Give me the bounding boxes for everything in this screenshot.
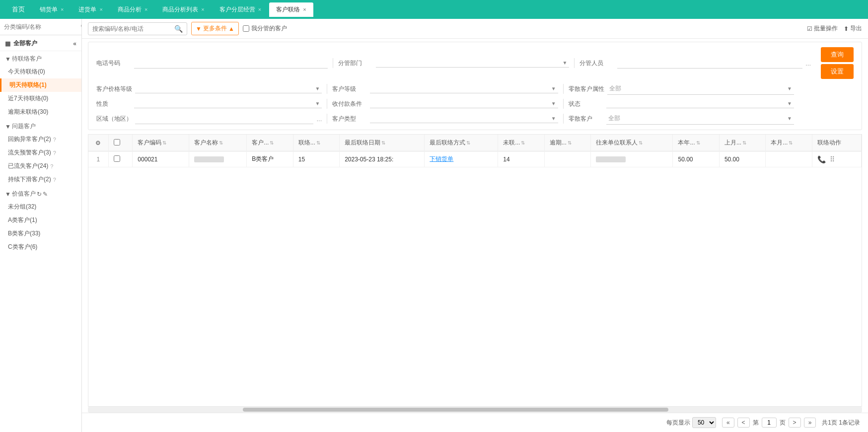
query-button[interactable]: 查询 [821,47,854,62]
sidebar-search-bar: 🔍 [0,19,81,35]
prev-page-button[interactable]: < [737,418,750,428]
col-name[interactable]: 客户名称⇅ [189,135,246,151]
sidebar-item-today-contact[interactable]: 今天待联络(0) [0,65,81,78]
refresh-icon[interactable]: ↻ [37,191,42,198]
price-level-select[interactable]: ▼ [135,84,322,93]
nav-home[interactable]: 首页 [5,2,32,17]
sidebar-item-a-class[interactable]: A类客户(1) [0,214,81,227]
first-page-button[interactable]: « [722,418,734,428]
my-customers-checkbox[interactable] [243,25,249,32]
col-code[interactable]: 客户编码⇅ [133,135,189,151]
close-customer-segmentation[interactable]: × [258,6,261,12]
cell-checkbox[interactable] [108,151,133,167]
sidebar-item-overdue-contact[interactable]: 逾期未联络(30) [0,105,81,119]
sidebar-item-tomorrow-contact[interactable]: 明天待联络(1) [0,78,81,92]
nav-customer-segmentation[interactable]: 客户分层经营 × [213,2,268,17]
my-customers-filter[interactable]: 我分管的客户 [243,24,287,33]
sidebar-item-ungrouped[interactable]: 未分组(32) [0,200,81,214]
contact-method-link[interactable]: 下销货单 [430,155,453,162]
close-product-analysis[interactable]: × [145,6,147,12]
page-number-input[interactable] [762,418,777,428]
sidebar-search-input[interactable] [4,23,78,30]
more-filters-button[interactable]: ▼ 更多条件 ▲ [191,22,239,35]
nav-sales-order[interactable]: 销货单 × [33,2,71,17]
group-problem-customers[interactable]: ▼ 问题客户 [0,119,81,133]
cell-this-month [766,151,812,167]
sidebar-item-7day-contact[interactable]: 近7天待联络(0) [0,92,81,105]
payment-select[interactable]: ▼ [370,99,558,108]
col-overdue[interactable]: 逾期...⇅ [544,135,590,151]
export-button[interactable]: ⬆ 导出 [844,24,862,33]
col-last-contact-method[interactable]: 最后联络方式⇅ [425,135,498,151]
scrollbar-thumb[interactable] [243,408,668,412]
customer-type-select[interactable]: ▼ [370,114,558,123]
main-search-box[interactable]: 🔍 [88,22,187,35]
edit-icon[interactable]: ✎ [43,191,48,198]
sidebar-item-b-class[interactable]: B类客户(33) [0,227,81,240]
main-search-icon[interactable]: 🔍 [174,25,183,33]
masked-unit-contact [596,156,626,162]
next-page-button[interactable]: > [789,418,801,428]
cell-last-contact-method[interactable]: 下销货单 [425,151,498,167]
col-settings[interactable]: ⚙ [88,135,108,151]
status-select[interactable]: ▼ [606,99,794,108]
dept-select[interactable]: ▼ [376,59,570,68]
sidebar-item-churned[interactable]: 已流失客户(24) ? [0,159,81,173]
col-last-contact-date[interactable]: 最后联络日期⇅ [340,135,425,151]
customer-level-select[interactable]: ▼ [370,84,558,93]
all-customers-header[interactable]: ▦ 全部客户 « [0,35,81,51]
sidebar-item-repurchase-anomaly[interactable]: 回购异常客户(2) ? [0,133,81,146]
sidebar-item-churn-warning[interactable]: 流失预警客户(3) ? [0,146,81,159]
page-size-select[interactable]: 50 [692,417,716,428]
cell-this-year: 50.00 [673,151,719,167]
area-label: 区域（地区） [96,115,132,123]
retail-customer-select[interactable]: 全部 ▼ [606,113,794,125]
last-page-button[interactable]: » [804,418,816,428]
close-sales-order[interactable]: × [61,6,64,12]
filter-customer-type: 客户类型 ▼ [332,114,558,123]
settings-button[interactable]: 设置 [821,64,854,79]
col-this-year[interactable]: 本年...⇅ [673,135,719,151]
col-last-month[interactable]: 上月...⇅ [719,135,765,151]
collapse-icon[interactable]: « [73,40,76,47]
col-contact[interactable]: 联络...⇅ [293,135,339,151]
col-unit-contact[interactable]: 往来单位联系人⇅ [591,135,673,151]
horizontal-scrollbar[interactable] [88,407,862,413]
nav-purchase-order[interactable]: 进货单 × [72,2,109,17]
nav-product-analysis[interactable]: 商品分析 × [111,2,154,17]
select-all-checkbox[interactable] [114,139,120,145]
person-dots[interactable]: ... [805,60,811,67]
status-label: 状态 [569,100,603,108]
sidebar-item-c-class[interactable]: C类客户(6) [0,240,81,254]
call-icon[interactable]: 📞 [817,155,826,163]
area-input[interactable] [135,114,313,124]
group-value-customers[interactable]: ▼ 价值客户 ↻ ✎ [0,186,81,200]
nav-customer-contact[interactable]: 客户联络 × [269,2,313,17]
row-checkbox[interactable] [114,155,120,162]
batch-operation-button[interactable]: ☑ 批量操作 [807,24,838,33]
col-type[interactable]: 客户...⇅ [247,135,293,151]
col-checkbox[interactable] [108,135,133,151]
col-uncontacted[interactable]: 未联...⇅ [498,135,544,151]
filter-area: 区域（地区） ... [96,114,322,124]
cell-unit-contact [591,151,673,167]
main-search-input[interactable] [92,25,172,32]
group-pending-contact[interactable]: ▼ 待联络客户 [0,51,81,65]
person-input[interactable] [617,58,802,69]
close-customer-contact[interactable]: × [303,6,306,12]
retail-attr-select[interactable]: 全部 ▼ [607,83,794,95]
phone-input[interactable] [134,58,328,69]
col-this-month[interactable]: 本月...⇅ [766,135,812,151]
toolbar-right: ☑ 批量操作 ⬆ 导出 [807,24,862,33]
nav-product-analysis-list[interactable]: 商品分析列表 × [155,2,211,17]
masked-name [194,156,224,162]
nature-label: 性质 [96,100,131,108]
nature-select[interactable]: ▼ [134,99,322,108]
close-product-analysis-list[interactable]: × [201,6,204,12]
close-purchase-order[interactable]: × [99,6,102,12]
area-dots[interactable]: ... [316,115,322,123]
filter-arrow-icon: ▲ [228,25,234,32]
sidebar-item-declining[interactable]: 持续下滑客户(2) ? [0,173,81,186]
more-action-icon[interactable]: ⠿ [830,155,835,163]
filter-row-2: 客户价格等级 ▼ 客户等级 ▼ 零散客户属性 [96,83,854,95]
